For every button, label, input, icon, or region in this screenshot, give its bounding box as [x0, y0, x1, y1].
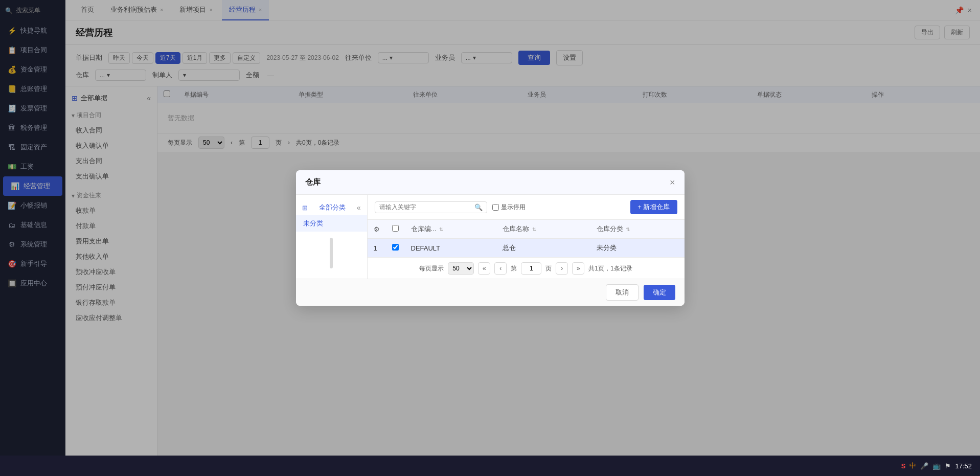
category-icon: ⊞ [302, 204, 308, 212]
page-next-btn[interactable]: › [556, 262, 568, 275]
page-prev-btn[interactable]: ‹ [494, 262, 507, 275]
col-warehouse-name: 仓库名称 ⇅ [496, 220, 590, 239]
taskbar-icon-mic: 🎤 [920, 462, 928, 470]
col-settings: ⚙ [368, 220, 386, 239]
col-warehouse-category: 仓库分类 ⇅ [590, 220, 685, 239]
taskbar: S 中 🎤 📺 ⚑ 17:52 [0, 456, 980, 476]
row-checkbox [386, 239, 405, 258]
category-item-unclassified[interactable]: 未分类 [296, 215, 367, 232]
sort-icon-code: ⇅ [439, 226, 443, 232]
warehouse-modal: 仓库 × ⊞ 全部分类 « 未分类 [296, 170, 685, 306]
add-warehouse-button[interactable]: + 新增仓库 [630, 200, 677, 214]
table-select-all[interactable] [392, 225, 399, 232]
col-warehouse-code: 仓库编... ⇅ [405, 220, 496, 239]
modal-left-collapse-btn[interactable]: « [357, 203, 361, 212]
modal-search-input[interactable] [379, 203, 474, 211]
modal-category-panel: ⊞ 全部分类 « 未分类 [296, 195, 368, 279]
modal-total-info: 共1页，1条记录 [588, 264, 632, 273]
row-category: 未分类 [590, 239, 685, 258]
show-disabled-checkbox[interactable] [492, 204, 499, 211]
modal-title: 仓库 [305, 177, 321, 187]
scrollbar-thumb[interactable] [330, 238, 333, 268]
confirm-button[interactable]: 确定 [644, 285, 675, 300]
warehouse-table-body: 1 DEFAULT 总仓 未分类 [368, 239, 685, 258]
modal-body: ⊞ 全部分类 « 未分类 🔍 [296, 195, 685, 279]
taskbar-icon-dot: 中 [909, 461, 916, 470]
taskbar-time: 17:52 [955, 462, 972, 470]
col-check [386, 220, 405, 239]
sort-icon-category: ⇅ [626, 226, 630, 232]
page-last-btn[interactable]: » [572, 262, 584, 275]
modal-close-button[interactable]: × [670, 178, 675, 187]
settings-icon[interactable]: ⚙ [374, 225, 380, 233]
taskbar-icon-tv: 📺 [932, 462, 941, 470]
taskbar-icons: S 中 🎤 📺 ⚑ 17:52 [901, 461, 972, 470]
modal-per-page-select[interactable]: 50 100 [448, 262, 474, 275]
warehouse-table: ⚙ 仓库编... ⇅ 仓库名称 [368, 220, 685, 258]
modal-pagination: 每页显示 50 100 « ‹ 第 页 › » 共1页，1条记录 [368, 258, 685, 279]
cancel-button[interactable]: 取消 [606, 284, 639, 301]
row-code: DEFAULT [405, 239, 496, 258]
modal-search-wrap: 🔍 [375, 201, 487, 213]
modal-search-icon: 🔍 [474, 203, 483, 211]
modal-page-suffix: 页 [545, 264, 552, 273]
table-row[interactable]: 1 DEFAULT 总仓 未分类 [368, 239, 685, 258]
modal-footer: 取消 确定 [296, 279, 685, 306]
modal-toolbar: 🔍 显示停用 + 新增仓库 [368, 195, 685, 220]
row-name: 总仓 [496, 239, 590, 258]
show-disabled-label: 显示停用 [501, 203, 526, 212]
warehouse-table-head: ⚙ 仓库编... ⇅ 仓库名称 [368, 220, 685, 239]
taskbar-icon-zh: S [901, 462, 906, 470]
row-select-checkbox[interactable] [392, 244, 399, 251]
modal-right-panel: 🔍 显示停用 + 新增仓库 ⚙ [368, 195, 685, 279]
modal-category-header: ⊞ 全部分类 « [296, 200, 367, 215]
modal-page-label: 第 [511, 264, 517, 273]
taskbar-icon-flag: ⚑ [945, 462, 951, 470]
row-num: 1 [368, 239, 386, 258]
category-title: 全部分类 [319, 203, 346, 212]
show-disabled-wrap: 显示停用 [492, 203, 526, 212]
modal-table-wrap: ⚙ 仓库编... ⇅ 仓库名称 [368, 220, 685, 258]
modal-overlay: 仓库 × ⊞ 全部分类 « 未分类 [0, 0, 980, 476]
sort-icon-name: ⇅ [532, 226, 536, 232]
modal-per-page-label: 每页显示 [419, 264, 444, 273]
modal-page-input[interactable] [521, 262, 541, 275]
modal-header: 仓库 × [296, 170, 685, 195]
page-first-btn[interactable]: « [478, 262, 490, 275]
